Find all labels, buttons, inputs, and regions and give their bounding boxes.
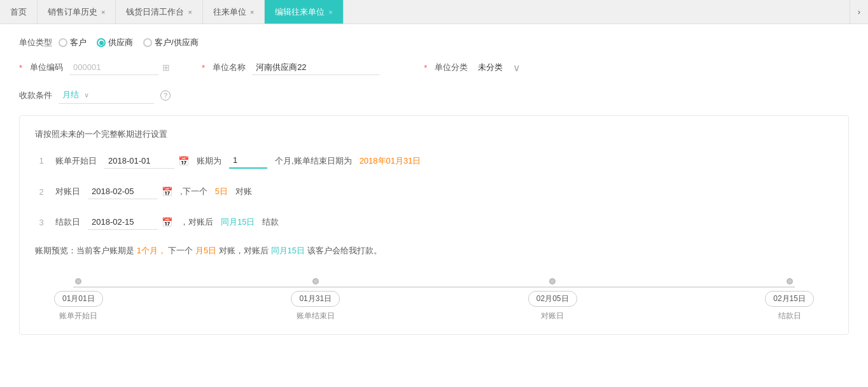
- radio-supplier[interactable]: 供应商: [97, 37, 133, 48]
- period-input[interactable]: [229, 153, 267, 169]
- radio-customer-label: 客户: [70, 37, 87, 48]
- tab-counterparty[interactable]: 往来单位 ×: [203, 0, 265, 24]
- tab-cash-ledger[interactable]: 钱货日清工作台 ×: [116, 0, 202, 24]
- step-1: 1: [35, 155, 48, 167]
- row-2-date-group: 📅: [88, 184, 172, 199]
- preview-suffix1: 对账，对账后: [219, 246, 269, 255]
- radio-group-unit-type: 客户 供应商 客户/供应商: [59, 37, 199, 48]
- step-3: 3: [35, 216, 48, 229]
- point-badge-2: 01月31日: [291, 291, 340, 307]
- unit-code-input[interactable]: [69, 60, 158, 75]
- radio-customer-circle: [59, 38, 67, 47]
- preview-text: 账期预览：当前客户账期是 1个月， 下一个 月5日 对账，对账后 同月15日 该…: [35, 245, 833, 257]
- row-3-highlight-day: 同月15日: [221, 216, 255, 228]
- chevron-right-icon: ›: [858, 7, 860, 17]
- row-3-date-input[interactable]: [88, 215, 158, 230]
- setup-row-2: 2 对账日 📅 ,下一个 5日 对账: [35, 184, 833, 199]
- preview-period: 1个月，: [137, 246, 166, 255]
- timeline-point-3: 02月05日 对账日: [528, 269, 577, 321]
- row-2-prefix: ,下一个: [180, 186, 207, 197]
- tab-sales-close[interactable]: ×: [101, 8, 105, 16]
- tab-more-button[interactable]: ›: [850, 0, 868, 24]
- point-badge-1: 01月01日: [54, 291, 103, 307]
- point-dot-4: [787, 278, 793, 285]
- tab-home[interactable]: 首页: [0, 0, 38, 24]
- preview-suffix2: 该客户会给我打款。: [307, 246, 382, 255]
- row-3-date-group: 📅: [88, 215, 172, 230]
- tab-edit-close[interactable]: ×: [328, 8, 332, 16]
- tab-sales-order-history[interactable]: 销售订单历史 ×: [38, 0, 116, 24]
- row-3-prefix: ，对账后: [180, 216, 213, 228]
- timeline-points: 01月01日 账单开始日 01月31日 账单结束日 02月05日 对账日 02月…: [54, 269, 814, 321]
- payment-label: 收款条件: [19, 90, 52, 101]
- unit-name-label: 单位名称: [213, 62, 246, 73]
- radio-customer[interactable]: 客户: [59, 37, 87, 48]
- preview-label: 账期预览：当前客户账期是: [35, 246, 134, 255]
- unit-name-input[interactable]: [252, 60, 379, 75]
- tab-edit-label: 编辑往来单位: [275, 6, 325, 18]
- preview-day: 月5日: [195, 246, 216, 255]
- tab-counterparty-label: 往来单位: [213, 6, 246, 18]
- row-1-calendar-icon[interactable]: 📅: [178, 156, 189, 166]
- row-1-label: 账单开始日: [55, 155, 97, 167]
- tab-cash-close[interactable]: ×: [188, 8, 192, 16]
- row-2-calendar-icon[interactable]: 📅: [162, 186, 172, 197]
- unit-category-label: 单位分类: [435, 62, 468, 73]
- row-2-suffix: 对账: [235, 186, 252, 197]
- row-3-calendar-icon[interactable]: 📅: [162, 217, 172, 227]
- radio-supplier-circle: [97, 38, 106, 47]
- tab-edit-counterparty[interactable]: 编辑往来单位 ×: [265, 0, 343, 24]
- tab-counterparty-close[interactable]: ×: [250, 8, 254, 16]
- unit-type-row: 单位类型 客户 供应商 客户/供应商: [19, 37, 849, 48]
- unit-type-label: 单位类型: [19, 37, 52, 48]
- row-1-date-group: 📅: [104, 153, 189, 169]
- category-chevron-icon: ∨: [513, 62, 521, 74]
- name-required-star: *: [202, 63, 205, 73]
- payment-chevron-icon: ∨: [84, 91, 89, 99]
- row-1-end-date: 2018年01月31日: [360, 155, 421, 167]
- tab-bar: 首页 销售订单历史 × 钱货日清工作台 × 往来单位 × 编辑往来单位 × ›: [0, 0, 868, 24]
- radio-supplier-label: 供应商: [108, 37, 133, 48]
- point-badge-4: 02月15日: [765, 291, 814, 307]
- help-icon[interactable]: ?: [160, 90, 171, 101]
- point-label-1: 账单开始日: [59, 311, 97, 321]
- row-3-label: 结款日: [55, 216, 80, 228]
- row-2-highlight-day: 5日: [215, 186, 228, 197]
- step-2: 2: [35, 185, 48, 198]
- point-label-3: 对账日: [541, 311, 564, 321]
- payment-condition-value: 月结: [62, 89, 79, 101]
- copy-icon[interactable]: ⊞: [162, 62, 170, 73]
- setup-row-3: 3 结款日 📅 ，对账后 同月15日 结款: [35, 215, 833, 230]
- setup-panel: 请按照未来的一个完整帐期进行设置 1 账单开始日 📅 账期为 个月,账单结束日期…: [19, 115, 849, 335]
- row-2-date-input[interactable]: [88, 184, 158, 199]
- point-label-2: 账单结束日: [297, 311, 335, 321]
- unit-category-value: 未分类: [478, 62, 503, 73]
- payment-condition-select[interactable]: 月结 ∨: [59, 87, 154, 104]
- unit-category-select[interactable]: 未分类 ∨: [474, 62, 521, 74]
- timeline-wrapper: 01月01日 账单开始日 01月31日 账单结束日 02月05日 对账日 02月…: [35, 269, 833, 321]
- preview-teal: 同月15日: [271, 246, 305, 255]
- point-dot-2: [312, 278, 319, 285]
- code-required-star: *: [19, 63, 22, 73]
- unit-code-field-group: ⊞: [69, 60, 170, 75]
- radio-both[interactable]: 客户/供应商: [143, 37, 199, 48]
- unit-fields-row: * 单位编码 ⊞ * 单位名称 * 单位分类 未分类 ∨: [19, 60, 849, 75]
- payment-condition-row: 收款条件 月结 ∨ ?: [19, 87, 849, 104]
- row-3-suffix: 结款: [262, 216, 279, 228]
- tab-cash-label: 钱货日清工作台: [126, 6, 184, 18]
- row-1-suffix-after: 个月,账单结束日期为: [275, 155, 352, 167]
- row-2-label: 对账日: [55, 186, 80, 197]
- radio-both-label: 客户/供应商: [155, 37, 199, 48]
- unit-code-label: 单位编码: [30, 62, 63, 73]
- panel-title: 请按照未来的一个完整帐期进行设置: [35, 129, 833, 140]
- timeline-point-1: 01月01日 账单开始日: [54, 269, 103, 321]
- preview-mid: 下一个: [168, 246, 193, 255]
- setup-row-1: 1 账单开始日 📅 账期为 个月,账单结束日期为 2018年01月31日: [35, 153, 833, 169]
- point-label-4: 结款日: [778, 311, 801, 321]
- timeline-point-2: 01月31日 账单结束日: [291, 269, 340, 321]
- point-badge-3: 02月05日: [528, 291, 577, 307]
- row-1-suffix-before: 账期为: [197, 155, 221, 167]
- timeline-point-4: 02月15日 结款日: [765, 269, 814, 321]
- row-1-date-input[interactable]: [104, 153, 174, 169]
- main-content: 单位类型 客户 供应商 客户/供应商 * 单位编码 ⊞ * 单位名称 *: [0, 24, 868, 387]
